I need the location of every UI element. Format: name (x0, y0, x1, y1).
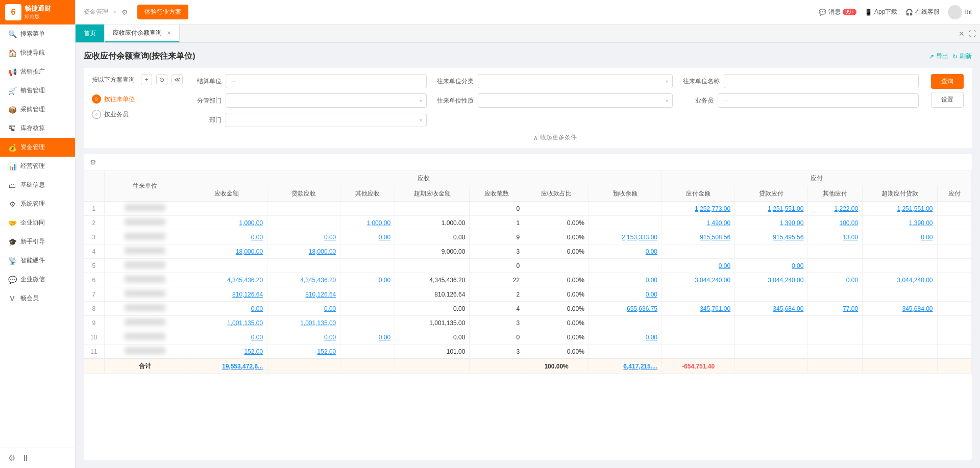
sidebar-item-search[interactable]: 🔍 搜索菜单 (0, 24, 75, 43)
cell-ap[interactable]: 3,044,240.00 (735, 273, 808, 287)
cell-ar[interactable]: 0.00 (340, 273, 395, 287)
cell-ar[interactable]: 18,000.00 (267, 244, 340, 259)
settlement-unit-input[interactable]: ··· (226, 74, 427, 88)
sidebar-item-marketing[interactable]: 📢 营销推广 (0, 62, 75, 81)
sidebar-item-enterprise[interactable]: 🤝 企业协同 (0, 213, 75, 232)
user-menu[interactable]: Rit (948, 5, 972, 19)
cell-ap[interactable]: 1,390.00 (863, 216, 937, 230)
cell-ar[interactable]: 810,126.64 (186, 287, 267, 302)
footer-ar-amount[interactable]: 19,553,472,6... (186, 359, 267, 374)
sidebar-label-marketing: 营销推广 (20, 67, 45, 76)
footer-ar-advance[interactable]: 6,417,215.... (589, 359, 662, 374)
cell-ap[interactable]: 1,390.00 (735, 216, 808, 230)
company-category-input[interactable]: ▾ (478, 74, 673, 88)
tab-ar-query[interactable]: 应收应付余额查询 ✕ (105, 24, 180, 42)
cell-ar[interactable]: 0.00 (340, 330, 395, 344)
view-by-company-option[interactable]: ⊙ 按往来单位 (92, 92, 183, 106)
cell-ap[interactable]: 1,252,773.00 (662, 202, 735, 216)
salesperson-input[interactable]: ··· (718, 93, 919, 108)
company-nature-input[interactable]: ▾ (478, 93, 673, 108)
cell-ap[interactable]: 345,761.00 (662, 302, 735, 316)
settings-button[interactable]: 设置 (931, 92, 964, 108)
online-service-button[interactable]: 🎧 在线客服 (905, 8, 940, 16)
cell-ap[interactable]: 345,684.00 (863, 302, 937, 316)
cell-ar[interactable]: 810,126.64 (267, 287, 340, 302)
settings-footer-icon[interactable]: ⚙ (8, 453, 15, 463)
cell-ap[interactable]: 13.00 (808, 230, 863, 244)
cell-ar: 0 (470, 259, 524, 273)
query-button[interactable]: 查询 (931, 74, 964, 89)
sidebar-item-purchase[interactable]: 📦 采购管理 (0, 100, 75, 119)
tab-close-icon[interactable]: ✕ (167, 30, 171, 36)
app-download-button[interactable]: 📱 App下载 (865, 8, 897, 16)
cell-ap[interactable]: 345,684.00 (735, 302, 808, 316)
sidebar-item-finance[interactable]: 💰 资金管理 (0, 138, 75, 157)
company-name-input[interactable] (724, 74, 919, 88)
cell-ar[interactable]: 0.00 (589, 244, 662, 259)
cell-ap[interactable]: 1,490.00 (662, 216, 735, 230)
sidebar-item-member[interactable]: V 畅会员 (0, 289, 75, 308)
cell-ap[interactable]: 915,508.56 (662, 230, 735, 244)
cell-ap[interactable]: 915,495.56 (735, 230, 808, 244)
sidebar-item-inventory[interactable]: 🏗 库存核算 (0, 119, 75, 138)
cell-ar[interactable]: 0.00 (340, 230, 395, 244)
sidebar-item-operations[interactable]: 📊 经营管理 (0, 157, 75, 176)
sidebar-item-guide[interactable]: 🎓 新手引导 (0, 232, 75, 251)
filter-settings-button[interactable]: ⊙ (156, 74, 167, 85)
cell-ap[interactable]: 3,044,240.00 (662, 273, 735, 287)
cell-ar[interactable]: 0.00 (186, 230, 267, 244)
table-settings-icon[interactable]: ⚙ (90, 158, 96, 166)
solution-button[interactable]: 体验行业方案 (137, 5, 188, 19)
cell-ap[interactable]: 1,251,551.00 (735, 202, 808, 216)
cell-ar[interactable]: 1,001,135.00 (267, 316, 340, 330)
cell-ap[interactable]: 3,044,240.00 (863, 273, 937, 287)
view-by-staff-option[interactable]: ○ 按业务员 (92, 108, 183, 121)
cell-ar[interactable]: 655,636.75 (589, 302, 662, 316)
messages-button[interactable]: 💬 消息 99+ (819, 8, 856, 16)
cell-ar[interactable]: 18,000.00 (186, 244, 267, 259)
cell-ar[interactable]: 4,345,436.20 (267, 273, 340, 287)
sidebar-item-basic[interactable]: 🗃 基础信息 (0, 176, 75, 194)
cell-ap[interactable]: 77.00 (808, 302, 863, 316)
cell-ar[interactable]: 152.00 (186, 344, 267, 359)
sidebar-item-sales[interactable]: 🛒 销售管理 (0, 81, 75, 100)
collapse-more-btn[interactable]: ∧ 收起更多条件 (533, 133, 577, 142)
cell-ar[interactable]: 152.00 (267, 344, 340, 359)
sidebar-item-wechat[interactable]: 💬 企业微信 (0, 270, 75, 289)
cell-ar[interactable]: 1,000.00 (186, 216, 267, 230)
export-button[interactable]: ↗ 导出 (929, 52, 948, 61)
tab-maximize-icon[interactable]: ⛶ (969, 30, 976, 38)
topbar-gear-icon[interactable]: ⚙ (121, 8, 128, 16)
cell-ar[interactable]: 0.00 (589, 287, 662, 302)
filter-collapse-button[interactable]: ≪ (172, 74, 183, 85)
cell-ap[interactable]: 0.00 (808, 273, 863, 287)
add-filter-button[interactable]: + (141, 74, 152, 85)
refresh-button[interactable]: ↻ 刷新 (952, 52, 972, 61)
collapse-footer-icon[interactable]: ⏸ (21, 454, 30, 463)
cell-ap[interactable]: 1,222.00 (808, 202, 863, 216)
cell-ar[interactable]: 1,000.00 (340, 216, 395, 230)
cell-ar[interactable]: 0.00 (186, 302, 267, 316)
tab-home[interactable]: 首页 (76, 24, 105, 42)
cell-ar[interactable]: 0.00 (589, 273, 662, 287)
table-scroll-wrapper[interactable]: 往来单位 应收 应付 应收金额 贷款应收 其他应收 超期应收金额 应收笔数 应收… (84, 171, 972, 460)
cell-ap[interactable]: 0.00 (662, 259, 735, 273)
cell-ap[interactable]: 0.00 (863, 230, 937, 244)
tab-close-window-icon[interactable]: ✕ (959, 30, 965, 38)
subdept-input[interactable]: ▾ (226, 113, 427, 127)
cell-ar[interactable]: 4,345,436.20 (186, 273, 267, 287)
sidebar-item-hardware[interactable]: 📡 智能硬件 (0, 251, 75, 270)
cell-ar[interactable]: 0.00 (267, 230, 340, 244)
cell-ap[interactable]: 0.00 (735, 259, 808, 273)
sidebar-item-system[interactable]: ⚙ 系统管理 (0, 194, 75, 213)
dept-input[interactable]: ▾ (226, 93, 427, 108)
cell-ar[interactable]: 0.00 (267, 330, 340, 344)
cell-ar[interactable]: 0.00 (589, 330, 662, 344)
cell-ar[interactable]: 0.00 (267, 302, 340, 316)
cell-ap[interactable]: 1,251,551.00 (863, 202, 937, 216)
cell-ap[interactable]: 100.00 (808, 216, 863, 230)
cell-ar[interactable]: 1,001,135.00 (186, 316, 267, 330)
cell-ar[interactable]: 2,153,333.00 (589, 230, 662, 244)
cell-ar[interactable]: 0.00 (186, 330, 267, 344)
sidebar-item-quicknav[interactable]: 🏠 快捷导航 (0, 43, 75, 62)
